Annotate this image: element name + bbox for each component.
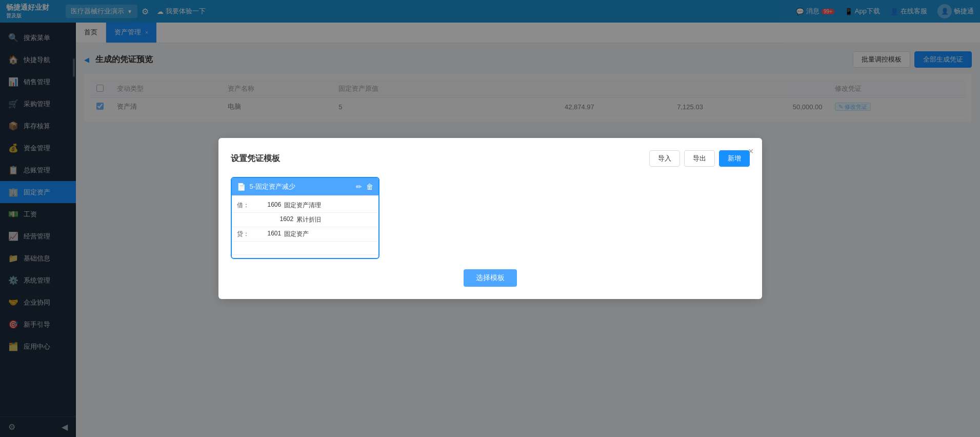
select-template-button[interactable]: 选择模板 <box>464 269 517 287</box>
template-card-actions: ✏ 🗑 <box>356 183 373 191</box>
delete-template-icon[interactable]: 🗑 <box>366 183 373 191</box>
template-entry-1: 借： 1606 固定资产清理 <box>232 198 378 213</box>
template-card-header: 📄 5-固定资产减少 ✏ 🗑 <box>232 178 378 195</box>
template-empty-row <box>232 242 378 255</box>
voucher-template-modal: × 设置凭证模板 导入 导出 新增 📄 5-固定资产减少 ✏ 🗑 <box>218 138 762 299</box>
entry-account-2: 累计折旧 <box>296 215 321 224</box>
modal-overlay: × 设置凭证模板 导入 导出 新增 📄 5-固定资产减少 ✏ 🗑 <box>0 0 980 437</box>
template-card: 📄 5-固定资产减少 ✏ 🗑 借： 1606 固定资产清理 <box>231 177 379 259</box>
template-entry-3: 贷： 1601 固定资产 <box>232 227 378 242</box>
entry-account-3: 固定资产 <box>284 230 309 239</box>
entry-code-1: 1606 <box>268 201 282 210</box>
template-card-title: 5-固定资产减少 <box>250 182 356 191</box>
new-template-button[interactable]: 新增 <box>719 150 750 167</box>
entry-type-2 <box>237 215 268 224</box>
modal-close-button[interactable]: × <box>748 146 754 157</box>
template-select-area: 选择模板 <box>231 269 750 287</box>
template-entry-2: 1602 累计折旧 <box>232 213 378 227</box>
export-button[interactable]: 导出 <box>684 150 715 167</box>
edit-template-icon[interactable]: ✏ <box>356 183 362 191</box>
entry-account-1: 固定资产清理 <box>284 201 321 210</box>
template-card-body: 借： 1606 固定资产清理 1602 累计折旧 贷： 1601 固定资产 <box>232 195 378 258</box>
entry-type-3: 贷： <box>237 230 268 239</box>
modal-title: 设置凭证模板 <box>231 153 280 164</box>
import-button[interactable]: 导入 <box>649 150 680 167</box>
entry-type-1: 借： <box>237 201 268 210</box>
modal-header: 设置凭证模板 导入 导出 新增 <box>231 150 750 167</box>
template-list: 📄 5-固定资产减少 ✏ 🗑 借： 1606 固定资产清理 <box>231 177 750 259</box>
modal-action-buttons: 导入 导出 新增 <box>649 150 750 167</box>
entry-code-3: 1601 <box>268 230 282 239</box>
doc-icon: 📄 <box>237 183 246 191</box>
entry-code-2: 1602 <box>280 215 294 224</box>
